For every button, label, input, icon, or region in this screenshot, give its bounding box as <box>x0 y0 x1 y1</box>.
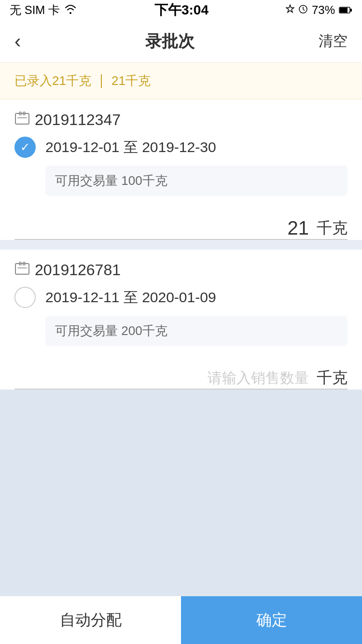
batch-1-available: 可用交易量 100千克 <box>45 166 348 196</box>
batch-1-header: 2019112347 <box>14 111 348 129</box>
svg-line-2 <box>303 9 305 11</box>
svg-rect-5 <box>340 8 348 13</box>
auto-distribute-button[interactable]: 自动分配 <box>0 596 181 644</box>
section-separator <box>0 240 362 250</box>
location-icon <box>286 3 294 17</box>
batch-1-id: 2019112347 <box>35 111 121 129</box>
batch-2-unit: 千克 <box>317 367 348 389</box>
clear-button[interactable]: 清空 <box>319 31 348 51</box>
page-title: 录批次 <box>145 30 195 53</box>
status-time: 下午3:04 <box>154 1 209 19</box>
batch-2-date: 2019-12-11 至 2020-01-09 <box>45 288 216 308</box>
batch-2-date-row: 2019-12-11 至 2020-01-09 <box>14 287 348 308</box>
auto-distribute-label: 自动分配 <box>60 610 122 631</box>
confirm-label: 确定 <box>256 610 287 631</box>
status-left: 无 SIM 卡 <box>10 2 77 18</box>
batch-1-radio[interactable]: ✓ <box>14 137 36 158</box>
batch-item-1: 2019112347 ✓ 2019-12-01 至 2019-12-30 可用交… <box>0 99 362 240</box>
batch-2-icon <box>14 262 30 279</box>
info-divider <box>101 74 102 88</box>
svg-rect-6 <box>15 113 29 124</box>
batch-2-input-row[interactable]: 请输入销售数量 千克 <box>0 358 362 389</box>
batch-1-unit: 千克 <box>317 218 348 239</box>
bottom-bar: 自动分配 确定 <box>0 596 362 644</box>
svg-rect-10 <box>15 264 29 274</box>
wifi-icon <box>64 3 77 17</box>
batch-1-date: 2019-12-01 至 2019-12-30 <box>45 138 216 157</box>
status-right: 73% <box>286 3 352 17</box>
batch-1-amount-row: 21 千克 <box>0 208 362 239</box>
batch-1-amount: 21 <box>288 217 309 239</box>
gray-area <box>0 390 362 621</box>
sim-label: 无 SIM 卡 <box>10 2 60 18</box>
confirm-button[interactable]: 确定 <box>181 596 362 644</box>
status-bar: 无 SIM 卡 下午3:04 73% <box>0 0 362 20</box>
nav-bar: ‹ 录批次 清空 <box>0 20 362 63</box>
check-icon: ✓ <box>20 140 30 154</box>
battery-percent: 73% <box>312 3 335 17</box>
batch-2-radio[interactable] <box>14 287 36 308</box>
back-button[interactable]: ‹ <box>14 30 21 52</box>
quantity-placeholder: 请输入销售数量 <box>208 368 309 388</box>
batch-2-header: 2019126781 <box>14 261 348 279</box>
clock-icon <box>298 3 308 17</box>
batch-1-icon <box>14 112 30 128</box>
batch-item-2: 2019126781 2019-12-11 至 2020-01-09 可用交易量… <box>0 250 362 390</box>
svg-rect-4 <box>350 9 352 12</box>
recorded-value: 21千克 <box>111 72 151 89</box>
battery-icon <box>339 3 352 17</box>
batch-2-id: 2019126781 <box>35 261 121 279</box>
recorded-label: 已录入21千克 <box>14 72 91 89</box>
batch-1-date-row: ✓ 2019-12-01 至 2019-12-30 <box>14 137 348 158</box>
batch-2-available: 可用交易量 200千克 <box>45 316 348 346</box>
info-banner: 已录入21千克 21千克 <box>0 63 362 99</box>
